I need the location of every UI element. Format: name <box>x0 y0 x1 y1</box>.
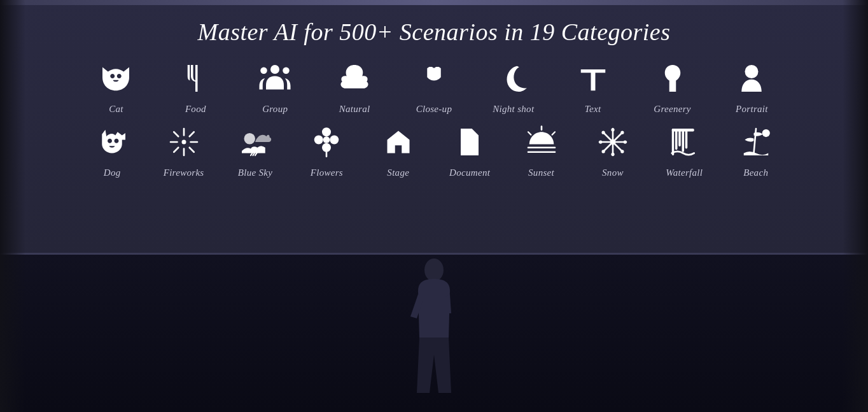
snow-icon <box>595 121 631 162</box>
icon-item-bluesky: Blue Sky <box>220 121 290 178</box>
svg-line-30 <box>552 132 554 134</box>
food-label: Food <box>185 104 206 115</box>
svg-point-36 <box>611 128 614 131</box>
svg-line-10 <box>189 132 193 136</box>
svg-line-9 <box>189 147 193 152</box>
flowers-icon <box>309 121 344 162</box>
beach-label: Beach <box>743 167 768 178</box>
svg-point-43 <box>601 150 605 153</box>
icon-item-sunset: Sunset <box>507 121 577 178</box>
svg-point-41 <box>620 150 624 153</box>
icon-item-group: Group <box>240 57 310 115</box>
svg-point-20 <box>314 135 323 144</box>
svg-point-1 <box>260 67 267 74</box>
icon-item-cat: Cat <box>81 57 151 115</box>
icon-item-fireworks: Fireworks <box>149 121 219 178</box>
cat-label: Cat <box>109 104 123 115</box>
svg-point-2 <box>283 67 290 74</box>
stage-icon <box>381 121 416 162</box>
food-icon <box>178 57 213 99</box>
svg-line-11 <box>174 147 178 152</box>
closeup-label: Close-up <box>416 104 452 115</box>
svg-point-21 <box>330 135 339 144</box>
svg-line-45 <box>753 129 756 153</box>
icon-item-waterfall: Waterfall <box>649 121 719 178</box>
svg-rect-44 <box>672 129 694 131</box>
svg-point-0 <box>270 65 279 74</box>
portrait-icon <box>734 57 769 99</box>
sunset-icon <box>524 121 559 162</box>
greenery-icon <box>655 57 690 99</box>
beach-icon <box>738 121 774 162</box>
svg-point-3 <box>745 65 759 78</box>
icon-item-food: Food <box>160 57 230 115</box>
icon-item-greenery: Greenery <box>638 57 708 115</box>
nightshot-label: Night shot <box>493 104 534 115</box>
waterfall-icon <box>666 121 702 162</box>
icon-item-portrait: Portrait <box>717 57 787 115</box>
fireworks-icon <box>166 121 202 162</box>
nightshot-icon <box>496 57 531 99</box>
scene: Master AI for 500+ Scenarios in 19 Categ… <box>0 0 868 412</box>
presenter-silhouette <box>405 256 463 393</box>
icon-item-stage: Stage <box>363 121 433 178</box>
svg-point-37 <box>611 152 614 155</box>
sunset-label: Sunset <box>528 167 554 178</box>
right-edge <box>843 0 868 412</box>
cat-icon <box>98 57 134 99</box>
fireworks-label: Fireworks <box>164 167 204 178</box>
svg-point-35 <box>610 139 616 145</box>
svg-line-29 <box>528 132 531 134</box>
icon-item-flowers: Flowers <box>291 121 361 178</box>
icon-item-closeup: Close-up <box>399 57 469 115</box>
svg-point-17 <box>323 136 330 143</box>
main-title: Master AI for 500+ Scenarios in 19 Categ… <box>0 18 868 46</box>
text-icon <box>575 57 611 99</box>
bluesky-icon <box>237 121 273 162</box>
closeup-icon <box>416 57 452 99</box>
icon-grid: Cat Food Group Natural <box>76 57 792 185</box>
flowers-label: Flowers <box>311 167 343 178</box>
group-label: Group <box>262 104 288 115</box>
natural-label: Natural <box>339 104 370 115</box>
text-label: Text <box>585 104 601 115</box>
portrait-label: Portrait <box>736 104 768 115</box>
group-icon <box>257 57 293 99</box>
svg-point-13 <box>244 133 255 145</box>
svg-point-18 <box>322 127 331 136</box>
svg-point-42 <box>620 131 624 134</box>
dog-label: Dog <box>104 167 121 178</box>
icon-item-text: Text <box>558 57 628 115</box>
svg-point-12 <box>181 139 186 144</box>
document-icon <box>452 121 487 162</box>
svg-point-40 <box>601 131 605 134</box>
svg-point-39 <box>624 140 627 143</box>
icon-item-snow: Snow <box>578 121 648 178</box>
icon-item-dog: Dog <box>77 121 147 178</box>
svg-point-46 <box>762 129 769 136</box>
dog-icon <box>94 121 130 162</box>
svg-point-47 <box>424 259 444 281</box>
icon-item-nightshot: Night shot <box>479 57 549 115</box>
icon-item-beach: Beach <box>721 121 791 178</box>
svg-line-8 <box>174 132 178 136</box>
icon-row-1: Cat Food Group Natural <box>76 57 792 115</box>
left-edge <box>0 0 25 412</box>
waterfall-label: Waterfall <box>666 167 703 178</box>
natural-icon <box>337 57 372 99</box>
stage-label: Stage <box>387 167 409 178</box>
bluesky-label: Blue Sky <box>238 167 272 178</box>
icon-row-2: Dog Fireworks <box>76 121 792 178</box>
svg-point-38 <box>599 140 602 143</box>
icon-item-document: Document <box>435 121 505 178</box>
icon-item-natural: Natural <box>319 57 389 115</box>
ceiling-light <box>0 0 868 5</box>
document-label: Document <box>449 167 490 178</box>
greenery-label: Greenery <box>654 104 690 115</box>
snow-label: Snow <box>602 167 624 178</box>
